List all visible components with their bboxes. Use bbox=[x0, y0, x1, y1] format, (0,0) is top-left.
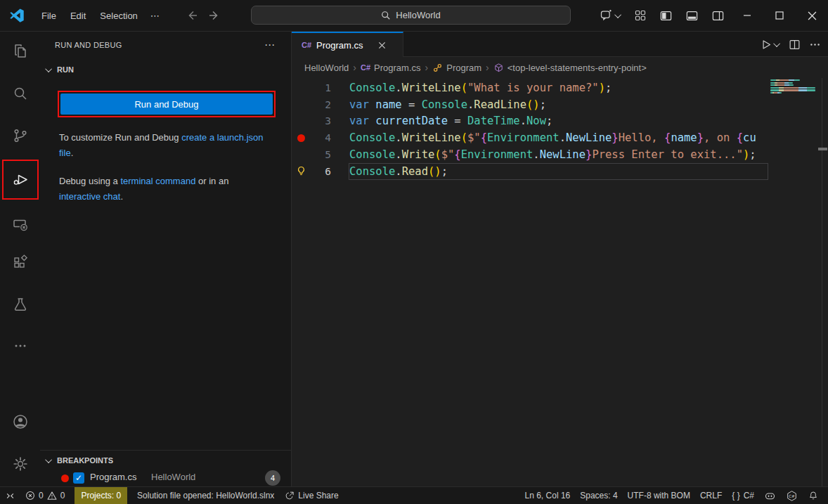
back-arrow-icon[interactable] bbox=[186, 9, 198, 22]
chevron-down-icon bbox=[45, 456, 52, 463]
menu-file[interactable]: File bbox=[34, 8, 63, 24]
indentation[interactable]: Spaces: 4 bbox=[575, 487, 622, 504]
breadcrumb-symbol[interactable]: <top-level-statements-entry-point> bbox=[493, 63, 647, 73]
menu-overflow-button[interactable]: ⋯ bbox=[145, 8, 166, 24]
settings-gear-icon[interactable] bbox=[12, 455, 29, 472]
minimap-line bbox=[770, 82, 793, 84]
live-share-button[interactable]: Live Share bbox=[279, 487, 343, 504]
line-number: 1 bbox=[310, 82, 331, 93]
bell-icon bbox=[808, 490, 819, 501]
lightbulb-icon[interactable] bbox=[295, 165, 307, 177]
breadcrumb-separator: › bbox=[486, 62, 489, 73]
menu-edit[interactable]: Edit bbox=[63, 8, 93, 24]
run-section-label: RUN bbox=[57, 65, 74, 74]
line-number: 4 bbox=[310, 132, 331, 143]
warning-count: 0 bbox=[60, 491, 65, 500]
breakpoint-list-item[interactable]: ✓ Program.cs HelloWorld 4 bbox=[40, 470, 291, 486]
code-text: Console.WriteLine("What is your name?"); bbox=[349, 82, 612, 94]
run-section-header[interactable]: RUN bbox=[47, 65, 74, 74]
hint-text: To customize Run and Debug bbox=[59, 132, 181, 143]
copilot-status[interactable] bbox=[759, 487, 781, 504]
end-of-line[interactable]: CRLF bbox=[695, 487, 727, 504]
breadcrumb-label: <top-level-statements-entry-point> bbox=[507, 63, 647, 73]
toggle-primary-sidebar-button[interactable] bbox=[653, 9, 679, 22]
split-editor-icon[interactable] bbox=[789, 39, 801, 51]
toggle-primary-sidebar-icon bbox=[659, 9, 673, 22]
toggle-panel-button[interactable] bbox=[679, 9, 705, 22]
remote-explorer-icon[interactable] bbox=[12, 217, 29, 233]
code-text: Console.Write($"{Environment.NewLine}Pre… bbox=[349, 148, 756, 161]
minimap[interactable] bbox=[770, 79, 817, 94]
close-button[interactable] bbox=[796, 0, 828, 31]
search-sidebar-icon[interactable] bbox=[12, 85, 29, 102]
interactive-chat-link[interactable]: interactive chat bbox=[59, 191, 120, 202]
language-mode[interactable]: { } C# bbox=[727, 487, 759, 504]
menu-selection[interactable]: Selection bbox=[93, 8, 144, 24]
encoding[interactable]: UTF-8 with BOM bbox=[623, 487, 695, 504]
run-or-debug-button[interactable] bbox=[760, 39, 780, 51]
status-bar: 0 0 Projects: 0 Solution file opened: He… bbox=[0, 486, 828, 504]
tab-close-icon[interactable] bbox=[378, 41, 386, 49]
hint-text: or in an bbox=[195, 176, 228, 186]
extensions-icon[interactable] bbox=[12, 254, 29, 271]
code-line[interactable]: 5Console.Write($"{Environment.NewLine}Pr… bbox=[292, 146, 828, 163]
tab-program-cs[interactable]: C# Program.cs bbox=[292, 32, 403, 57]
testing-icon[interactable] bbox=[12, 296, 29, 313]
source-control-icon[interactable] bbox=[12, 127, 29, 144]
scrollbar-track[interactable] bbox=[822, 78, 822, 486]
breadcrumb-file[interactable]: C# Program.cs bbox=[361, 63, 421, 73]
remote-indicator[interactable] bbox=[0, 487, 20, 504]
warnings-icon bbox=[47, 491, 57, 500]
accounts-icon[interactable] bbox=[12, 413, 29, 430]
sidebar-more-actions-button[interactable]: ⋯ bbox=[264, 39, 276, 51]
gutter-glyph-margin[interactable] bbox=[292, 134, 310, 142]
code-line[interactable]: 3var currentDate = DateTime.Now; bbox=[292, 113, 828, 130]
breadcrumb-label: Program bbox=[446, 63, 481, 73]
annotation-box-debug-icon bbox=[2, 160, 39, 200]
errors-icon bbox=[25, 491, 35, 500]
breakpoint-checkbox[interactable]: ✓ bbox=[73, 472, 84, 484]
notifications[interactable] bbox=[803, 487, 824, 504]
code-line[interactable]: 2var name = Console.ReadLine(); bbox=[292, 96, 828, 113]
minimap-line bbox=[770, 87, 815, 89]
run-and-debug-button[interactable]: Run and Debug bbox=[60, 93, 273, 115]
maximize-button[interactable] bbox=[763, 0, 796, 31]
editor-more-actions-icon[interactable] bbox=[809, 39, 821, 51]
minimize-button[interactable] bbox=[731, 0, 763, 31]
breadcrumb-class[interactable]: Program bbox=[432, 63, 481, 73]
title-bar: File Edit Selection ⋯ HelloWorld bbox=[0, 0, 828, 32]
forward-arrow-icon[interactable] bbox=[208, 9, 221, 22]
hint-text: Debug using a bbox=[59, 176, 120, 186]
copilot-chat-button[interactable] bbox=[593, 8, 628, 22]
customize-layout-icon bbox=[634, 9, 647, 22]
live-share-label: Live Share bbox=[298, 491, 338, 500]
breakpoints-section-header[interactable]: BREAKPOINTS bbox=[47, 456, 113, 465]
activity-bar bbox=[0, 32, 40, 486]
csharp-file-icon: C# bbox=[361, 63, 370, 72]
terminal-command-link[interactable]: terminal command bbox=[120, 176, 195, 186]
command-center-search[interactable]: HelloWorld bbox=[251, 6, 571, 25]
line-number: 2 bbox=[310, 99, 331, 110]
csharp-extension-status[interactable]: C# bbox=[781, 487, 803, 504]
code-editor[interactable]: 1Console.WriteLine("What is your name?")… bbox=[292, 78, 828, 486]
code-line[interactable]: 4Console.WriteLine($"{Environment.NewLin… bbox=[292, 129, 828, 146]
projects-status-badge[interactable]: Projects: 0 bbox=[75, 487, 127, 504]
breakpoints-section: BREAKPOINTS ✓ Program.cs HelloWorld 4 bbox=[40, 450, 291, 486]
code-line[interactable]: 6Console.Read(); bbox=[292, 163, 828, 180]
code-text: var currentDate = DateTime.Now; bbox=[349, 115, 552, 127]
explorer-icon[interactable] bbox=[12, 43, 29, 60]
solution-message[interactable]: Solution file opened: HelloWorld.slnx bbox=[132, 487, 279, 504]
cursor-position[interactable]: Ln 6, Col 16 bbox=[520, 487, 576, 504]
customize-layout-button[interactable] bbox=[628, 9, 653, 22]
breakpoint-dot-icon[interactable] bbox=[297, 134, 305, 142]
problems-indicator[interactable]: 0 0 bbox=[20, 487, 70, 504]
breadcrumb-project[interactable]: HelloWorld bbox=[304, 63, 349, 73]
gutter-glyph-margin[interactable] bbox=[292, 165, 310, 177]
breakpoint-dot-icon bbox=[61, 474, 69, 482]
line-number: 3 bbox=[310, 115, 331, 127]
close-icon bbox=[808, 11, 817, 20]
more-views-icon[interactable] bbox=[12, 337, 29, 354]
code-line[interactable]: 1Console.WriteLine("What is your name?")… bbox=[292, 79, 828, 96]
search-icon bbox=[381, 11, 391, 20]
toggle-secondary-sidebar-button[interactable] bbox=[705, 9, 731, 22]
